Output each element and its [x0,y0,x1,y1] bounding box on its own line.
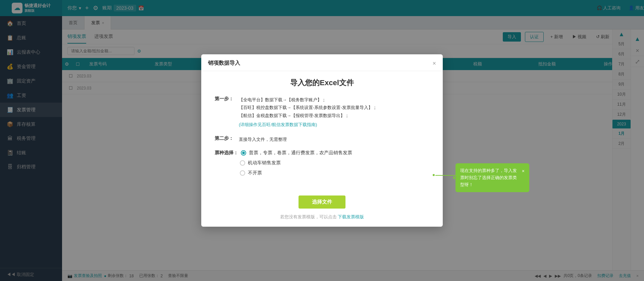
tooltip-box: × 现在支持的票种多了，导入发票时别忘了选择正确的发票类型呀！ [455,163,529,192]
radio-label-3: 不开票 [248,170,262,176]
step2-section: 第二步： 直接导入文件，无需整理 [215,135,429,143]
modal-close-button[interactable]: × [432,60,436,66]
modal-main-title: 导入您的Excel文件 [215,78,429,88]
modal-body: 导入您的Excel文件 第一步： 【全电平台】数据下载→【税务数字账户】； 【百… [201,71,443,190]
modal-header: 销项数据导入 × [201,54,443,71]
step2-content: 直接导入文件，无需整理 [239,135,287,143]
step2-label: 第二步： [215,135,235,143]
step1-line2: 【百旺】税控盘数据下载→【系统设置-系统参数设置-发票批量导入】； [239,104,377,111]
tooltip-container: × 现在支持的票种多了，导入发票时别忘了选择正确的发票类型呀！ [436,153,510,182]
radio-label-1: 普票，专票，卷票，通行费发票，农产品销售发票 [249,150,352,156]
download-template-link[interactable]: 下载发票模版 [338,214,364,219]
modal-title: 销项数据导入 [208,60,240,67]
tooltip-close-btn[interactable]: × [522,167,525,175]
modal-footer: 选择文件 若您没有发票模版，可以点击 下载发票模版 [201,190,443,227]
step1-guide-link[interactable]: (详细操作见百旺/航信发票数据下载指南) [239,122,317,127]
radio-row-1: 票种选择： 普票，专票，卷票，通行费发票，农产品销售发票 [215,150,429,156]
tooltip-dot [432,173,435,177]
step1-section: 第一步： 【全电平台】数据下载→【税务数字账户】； 【百旺】税控盘数据下载→【系… [215,96,429,129]
step1-row: 第一步： 【全电平台】数据下载→【税务数字账户】； 【百旺】税控盘数据下载→【系… [215,96,429,129]
radio-btn-1[interactable] [241,150,246,156]
radio-row-2: 机动车销售发票 [215,160,429,166]
step1-content: 【全电平台】数据下载→【税务数字账户】； 【百旺】税控盘数据下载→【系统设置-系… [239,96,377,129]
step1-line1: 【全电平台】数据下载→【税务数字账户】； [239,96,377,104]
radio-group: 票种选择： 普票，专票，卷票，通行费发票，农产品销售发票 机动车销售发票 不开票 [215,150,429,176]
tooltip-text: 现在支持的票种多了，导入发票时别忘了选择正确的发票类型呀！ [460,168,517,187]
radio-btn-3[interactable] [240,170,245,176]
radio-label-2: 机动车销售发票 [248,160,281,166]
step1-line3: 【航信】金税盘数据下载→【报税管理-发票数据导出】； [239,112,377,119]
radio-row-3: 不开票 [215,170,429,176]
radio-group-label: 票种选择： [215,150,238,156]
download-hint: 若您没有发票模版，可以点击 下载发票模版 [215,214,429,220]
radio-btn-2[interactable] [240,160,245,166]
step2-row: 第二步： 直接导入文件，无需整理 [215,135,429,143]
modal-dialog: 销项数据导入 × 导入您的Excel文件 第一步： 【全电平台】数据下载→【税务… [201,54,443,227]
step1-label: 第一步： [215,96,235,129]
select-file-button[interactable]: 选择文件 [299,195,345,209]
tooltip-line [435,175,455,176]
modal-overlay[interactable]: 销项数据导入 × 导入您的Excel文件 第一步： 【全电平台】数据下载→【税务… [0,0,644,281]
